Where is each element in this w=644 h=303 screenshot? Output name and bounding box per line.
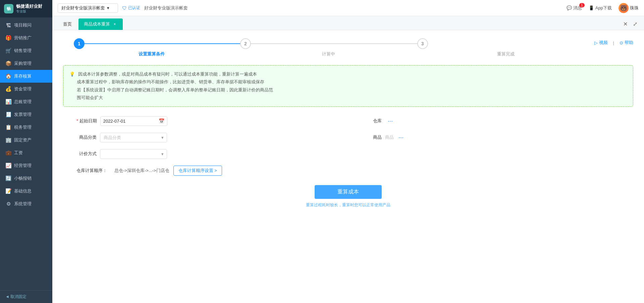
recalc-note: 重算过程耗时较长，重算时您可以正常使用产品: [306, 202, 390, 208]
sidebar-item-finance[interactable]: 💰 资金管理: [0, 83, 52, 95]
app-title-wrap: 畅捷通好业财 专业版: [16, 4, 42, 14]
step-1-label: 设置重算条件: [139, 51, 165, 57]
steps-row: 1 设置重算条件 2 计算中 3: [63, 38, 594, 57]
message-badge: 1: [579, 3, 585, 7]
tab-recalc[interactable]: 商品成本重算 ×: [78, 18, 123, 30]
start-date-input[interactable]: [101, 117, 156, 126]
sidebar-item-tax[interactable]: 📋 税务管理: [0, 121, 52, 134]
sidebar-label-sales: 销售管理: [14, 48, 32, 54]
step-2-line: [251, 43, 417, 44]
calc-order-value: 总仓->深圳仓库->...->门店仓: [114, 168, 169, 174]
app-download-action[interactable]: 📱 App下载: [589, 5, 612, 11]
expand-window-icon[interactable]: ⤢: [632, 19, 639, 29]
warehouse-label: 仓库: [362, 118, 385, 124]
notice-line-2: 成本重算过程中，影响库存账的操作均不能操作，比如进货单、销货单、库存单据不能审核…: [77, 79, 264, 84]
company-selector[interactable]: 好业财专业版演示帐套 ▾: [58, 3, 118, 13]
pricing-select-wrap[interactable]: [100, 149, 167, 159]
tab-home[interactable]: 首页: [58, 18, 77, 30]
video-help-btn[interactable]: ▷ 视频: [594, 40, 608, 46]
sidebar-label-payroll: 工资: [14, 150, 23, 156]
sidebar-item-assets[interactable]: 🏢 固定资产: [0, 134, 52, 146]
app-title: 畅捷通好业财: [16, 4, 42, 9]
sidebar-icon-payroll: 💼: [5, 150, 11, 156]
sidebar-item-payroll[interactable]: 💼 工资: [0, 146, 52, 159]
message-icon: 💬: [567, 5, 572, 10]
sidebar-item-purchase[interactable]: 📦 采购管理: [0, 57, 52, 70]
avatar: 🐻: [619, 3, 629, 13]
user-profile[interactable]: 🐻 珠珠: [619, 3, 639, 13]
sidebar-item-marketing[interactable]: 🎁 营销推广: [0, 32, 52, 44]
sidebar-item-basic[interactable]: 📝 基础信息: [0, 185, 52, 198]
app-logo-icon: 畅: [4, 4, 13, 13]
sidebar-icon-accounting: 📊: [5, 99, 11, 105]
form-group-pricing: 计价方式: [76, 149, 620, 159]
sidebar-label-operation: 经营管理: [14, 163, 32, 169]
sidebar-label-marketing: 营销推广: [14, 35, 32, 41]
product-dots-btn[interactable]: ···: [396, 134, 406, 141]
topbar-right: 💬 消息 1 📱 App下载 🐻 珠珠: [567, 3, 639, 13]
start-date-input-wrap[interactable]: 📅: [100, 116, 167, 126]
sidebar-item-system[interactable]: ⚙ 系统管理: [0, 198, 52, 210]
sidebar-label-tax: 税务管理: [14, 124, 32, 130]
recalc-btn-label: 重算成本: [337, 189, 359, 194]
start-date-label: 起始日期: [76, 118, 100, 124]
sidebar-icon-basic: 📝: [5, 188, 11, 194]
sidebar-label-system: 系统管理: [14, 201, 32, 207]
sidebar-label-invoice: 发票管理: [14, 112, 32, 118]
verified-badge: 🛡 已认证: [122, 5, 140, 11]
notice-line-1: 因成本计算参数调整，或是对商品成本有疑问时，可以通过成本重算功能，重新计算一遍成…: [78, 72, 257, 77]
product-label: 商品: [362, 134, 385, 140]
sidebar-item-invoice[interactable]: 🧾 发票管理: [0, 108, 52, 121]
step-2: 2 计算中: [240, 38, 417, 57]
play-icon: ▷: [594, 40, 598, 45]
tab-recalc-label: 商品成本重算: [84, 21, 110, 27]
step-3-circle: 3: [417, 38, 428, 49]
step-1: 1 设置重算条件: [63, 38, 240, 57]
calc-order-row: 仓库计算顺序： 总仓->深圳仓库->...->门店仓 仓库计算顺序设置 >: [76, 166, 620, 176]
calc-order-label: 仓库计算顺序：: [76, 168, 110, 174]
sidebar-item-accounting[interactable]: 📊 总账管理: [0, 95, 52, 108]
pricing-label: 计价方式: [76, 151, 100, 157]
sidebar-icon-expense: 🔄: [5, 175, 11, 181]
help-btn[interactable]: ⊙ 帮助: [620, 40, 633, 46]
close-window-icon[interactable]: ✕: [622, 19, 629, 29]
sidebar-icon-system: ⚙: [5, 201, 11, 207]
sidebar-label-expense: 小畅报销: [14, 175, 32, 181]
sidebar-cancel-pin[interactable]: ◄ 取消固定: [0, 290, 52, 303]
topbar-company-name: 好业财专业版演示帐套: [144, 5, 188, 11]
tab-controls: ✕ ⤢: [622, 19, 644, 30]
calc-order-settings-btn[interactable]: 仓库计算顺序设置 >: [173, 166, 222, 176]
form-group-category: 商品分类 商品分类: [76, 133, 335, 142]
sidebar-icon-sales: 🛒: [5, 48, 11, 54]
notice-icon: 💡: [69, 72, 75, 77]
message-action[interactable]: 💬 消息 1: [567, 5, 582, 11]
step-2-label: 计算中: [322, 51, 335, 57]
warehouse-dots-btn[interactable]: ···: [385, 118, 395, 125]
sidebar-item-operation[interactable]: 📈 经营管理: [0, 159, 52, 172]
calc-order-btn-label: 仓库计算顺序设置 >: [178, 168, 217, 174]
recalc-btn[interactable]: 重算成本: [315, 185, 382, 199]
sidebar-icon-operation: 📈: [5, 163, 11, 169]
form-group-warehouse: 仓库 ···: [335, 118, 620, 125]
product-placeholder: 商品: [385, 134, 394, 140]
sidebar-icon-inventory: 🏠: [5, 73, 11, 79]
tabbar: 首页 商品成本重算 × ✕ ⤢: [52, 16, 644, 30]
calendar-icon[interactable]: 📅: [156, 118, 167, 124]
sidebar-label-basic: 基础信息: [14, 188, 32, 194]
category-select-wrap[interactable]: 商品分类: [100, 133, 167, 142]
sidebar-item-inventory[interactable]: 🏠 库存核算: [0, 70, 52, 83]
sidebar-icon-purchase: 📦: [5, 60, 11, 67]
step-3: 3 重算完成: [417, 38, 594, 57]
sidebar-item-sales[interactable]: 🛒 销售管理: [0, 44, 52, 57]
step-1-line: [85, 43, 240, 44]
form-row-2: 商品分类 商品分类 商品 商品 ···: [76, 133, 620, 142]
sidebar-item-expense[interactable]: 🔄 小畅报销: [0, 172, 52, 185]
sidebar-icon-project: 🏗: [5, 23, 11, 28]
pricing-select[interactable]: [100, 149, 167, 159]
tab-close-icon[interactable]: ×: [112, 21, 117, 27]
category-select[interactable]: 商品分类: [100, 133, 167, 142]
sidebar-item-project[interactable]: 🏗 项目顾问: [0, 19, 52, 32]
step-2-circle: 2: [240, 38, 251, 49]
step-1-circle: 1: [74, 38, 85, 49]
content-area: 1 设置重算条件 2 计算中 3: [52, 30, 644, 303]
